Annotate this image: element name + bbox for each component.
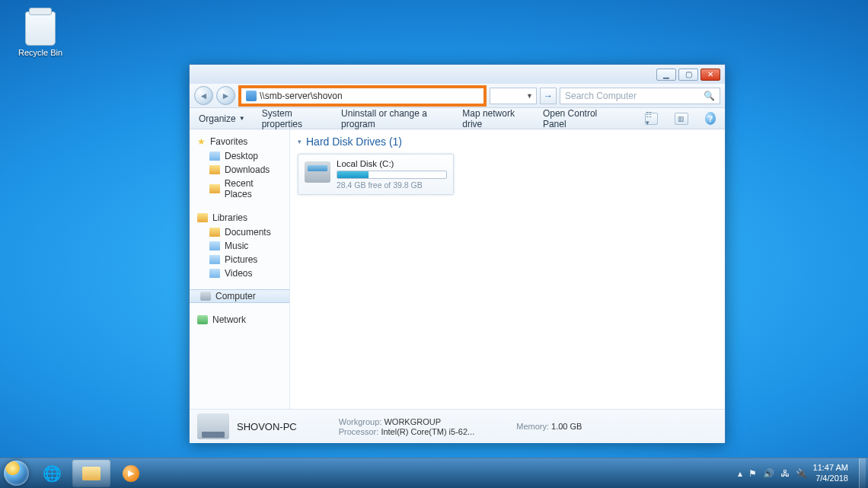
search-input[interactable]: Search Computer 🔍 <box>560 88 720 104</box>
recycle-bin-icon <box>25 11 56 46</box>
command-bar: Organize ▼ System properties Uninstall o… <box>190 108 725 129</box>
action-center-icon[interactable]: ⚑ <box>748 468 757 479</box>
system-tray: ▴ ⚑ 🔊 🖧 🔌 11:47 AM 7/4/2018 <box>730 458 868 489</box>
folder-icon <box>209 165 220 174</box>
sidebar-item-desktop[interactable]: Desktop <box>190 149 289 163</box>
address-bar-highlight <box>238 85 487 107</box>
taskbar-explorer[interactable] <box>72 460 110 487</box>
address-input[interactable] <box>260 91 480 101</box>
network-icon <box>197 315 208 324</box>
recycle-bin[interactable]: Recycle Bin <box>14 11 67 57</box>
section-hard-drives[interactable]: ▾ Hard Disk Drives (1) <box>298 136 717 148</box>
sidebar-item-computer[interactable]: Computer <box>190 289 289 303</box>
drive-stats: 28.4 GB free of 39.8 GB <box>337 180 447 190</box>
map-drive-button[interactable]: Map network drive <box>462 108 526 129</box>
sidebar-item-recent[interactable]: Recent Places <box>190 177 289 201</box>
details-pane: SHOVON-PC Workgroup: WORKGROUP Processor… <box>190 409 725 443</box>
uninstall-button[interactable]: Uninstall or change a program <box>341 108 445 129</box>
windows-logo-icon <box>4 461 29 486</box>
help-button[interactable]: ? <box>705 112 716 125</box>
volume-icon[interactable]: 🔊 <box>763 468 774 479</box>
explorer-window: ▁ ▢ ✕ ◄ ► ▼ → Search Computer 🔍 Organize… <box>189 64 726 442</box>
drive-local-disk-c[interactable]: Local Disk (C:) 28.4 GB free of 39.8 GB <box>298 154 454 195</box>
taskbar: 🌐 ▶ ▴ ⚑ 🔊 🖧 🔌 11:47 AM 7/4/2018 <box>0 458 868 488</box>
wmp-icon: ▶ <box>123 465 139 482</box>
drive-name: Local Disk (C:) <box>337 159 447 168</box>
view-options-button[interactable]: ☷ ▾ <box>645 113 658 125</box>
back-button[interactable]: ◄ <box>194 86 213 105</box>
close-button[interactable]: ✕ <box>700 69 720 81</box>
explorer-icon <box>82 467 101 480</box>
sidebar-item-pictures[interactable]: Pictures <box>190 253 289 266</box>
music-icon <box>209 241 220 250</box>
show-desktop-button[interactable] <box>859 458 866 489</box>
drive-capacity-bar <box>337 171 447 179</box>
maximize-button[interactable]: ▢ <box>678 69 698 81</box>
libraries-group[interactable]: Libraries <box>190 210 289 225</box>
computer-icon <box>246 91 257 101</box>
titlebar: ▁ ▢ ✕ <box>190 65 725 84</box>
collapse-icon: ▾ <box>298 138 302 145</box>
start-button[interactable] <box>0 458 32 489</box>
search-icon: 🔍 <box>704 91 715 101</box>
sidebar-item-downloads[interactable]: Downloads <box>190 163 289 177</box>
date-label: 7/4/2018 <box>813 474 848 483</box>
sidebar-item-documents[interactable]: Documents <box>190 225 289 239</box>
favorites-group[interactable]: ★Favorites <box>190 134 289 149</box>
sidebar-item-network[interactable]: Network <box>190 312 289 327</box>
libraries-icon <box>197 213 208 222</box>
network-tray-icon[interactable]: 🖧 <box>780 468 790 479</box>
pictures-icon <box>209 255 220 264</box>
control-panel-button[interactable]: Open Control Panel <box>543 108 611 129</box>
nav-bar: ◄ ► ▼ → Search Computer 🔍 <box>190 84 725 108</box>
search-placeholder: Search Computer <box>565 91 637 101</box>
power-icon[interactable]: 🔌 <box>796 468 807 479</box>
address-history-dropdown[interactable]: ▼ <box>490 88 537 104</box>
computer-icon <box>200 292 211 301</box>
organize-menu[interactable]: Organize ▼ <box>199 113 245 124</box>
go-button[interactable]: → <box>540 88 557 104</box>
forward-button[interactable]: ► <box>216 86 235 105</box>
recycle-bin-label: Recycle Bin <box>14 48 67 57</box>
sidebar-item-videos[interactable]: Videos <box>190 266 289 280</box>
clock[interactable]: 11:47 AM 7/4/2018 <box>813 463 853 483</box>
videos-icon <box>209 269 220 278</box>
taskbar-ie[interactable]: 🌐 <box>33 460 71 487</box>
preview-pane-button[interactable]: ▥ <box>675 113 688 125</box>
star-icon: ★ <box>197 136 206 147</box>
desktop-icon <box>209 152 220 161</box>
minimize-button[interactable]: ▁ <box>656 69 676 81</box>
navigation-pane: ★Favorites Desktop Downloads Recent Plac… <box>190 129 290 409</box>
folder-icon <box>209 228 220 237</box>
tray-chevron-icon[interactable]: ▴ <box>738 468 742 479</box>
ie-icon: 🌐 <box>43 464 62 483</box>
system-properties-button[interactable]: System properties <box>262 108 324 129</box>
folder-icon <box>209 184 220 193</box>
content-pane: ▾ Hard Disk Drives (1) Local Disk (C:) 2… <box>290 129 725 409</box>
sidebar-item-music[interactable]: Music <box>190 239 289 253</box>
drive-icon <box>305 161 330 183</box>
taskbar-wmp[interactable]: ▶ <box>112 460 150 487</box>
computer-name: SHOVON-PC <box>237 421 297 432</box>
time-label: 11:47 AM <box>813 463 848 473</box>
computer-large-icon <box>197 413 229 439</box>
